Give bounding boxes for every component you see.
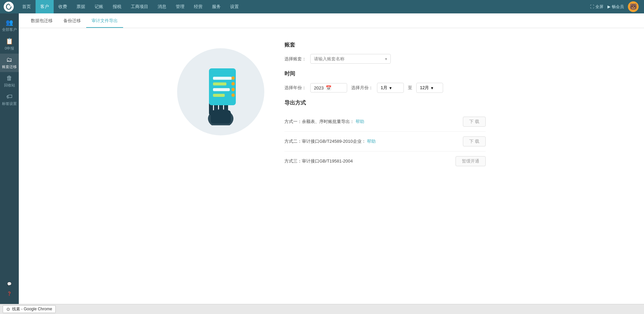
nav-item-settings[interactable]: 设置 xyxy=(225,0,244,13)
content-area: 数据包迁移 备份迁移 审计文件导出 xyxy=(19,13,644,304)
method-3-label: 方式三：审计接口GB/T19581-2004 xyxy=(284,158,353,164)
method-1-help-link[interactable]: 帮助 xyxy=(356,119,364,124)
export-method-2: 方式二：审计接口GB/T24589-2010企业： 帮助 下 载 xyxy=(284,132,486,151)
fullscreen-icon: ⛶ xyxy=(590,4,594,9)
zero-declare-icon: 📋 xyxy=(6,38,13,45)
year-select-input[interactable]: 2023 📅 xyxy=(310,83,347,92)
export-method-3: 方式三：审计接口GB/T19581-2004 暂缓开通 xyxy=(284,151,486,171)
svg-point-13 xyxy=(231,88,235,91)
sidebar-item-all-clients[interactable]: 👥 全部客户 xyxy=(0,16,19,35)
export-methods-list: 方式一：余额表、序时账批量导出： 帮助 下 载 方式二：审计接口GB/T2458… xyxy=(284,112,486,171)
tab-backup-migration[interactable]: 备份迁移 xyxy=(58,14,86,28)
nav-item-bookkeeping[interactable]: 记账 xyxy=(90,0,108,13)
nav-item-home[interactable]: 首页 xyxy=(17,0,36,13)
page-content: 账套 选择账套： ▾ 时间 选择年份： 2023 📅 选择月份 xyxy=(19,28,644,304)
sidebar-item-zero-declare[interactable]: 📋 0申报 xyxy=(0,35,19,54)
time-select-row: 选择年份： 2023 📅 选择月份： 1月 ▾ 至 12月 ▾ xyxy=(284,83,486,93)
sidebar-item-tag-settings[interactable]: 🏷 标签设置 xyxy=(0,90,19,109)
logo[interactable] xyxy=(3,1,15,13)
svg-rect-7 xyxy=(213,77,232,80)
account-name-input[interactable] xyxy=(314,56,383,61)
account-section-title: 账套 xyxy=(284,42,486,49)
chevron-down-icon: ▾ xyxy=(385,57,387,61)
year-select-label: 选择年份： xyxy=(284,85,306,91)
nav-item-message[interactable]: 消息 xyxy=(153,0,171,13)
svg-point-12 xyxy=(231,82,235,85)
tag-settings-icon: 🏷 xyxy=(6,93,12,100)
month-chevron-down-icon: ▾ xyxy=(389,85,392,90)
main-layout: 👥 全部客户 📋 0申报 🗂 账套迁移 🗑 回收站 🏷 标签设置 💬 ❓ xyxy=(0,13,644,304)
illustration-svg xyxy=(191,58,251,125)
nav-item-business[interactable]: 工商项目 xyxy=(126,0,153,13)
sidebar-chat-button[interactable]: 💬 xyxy=(6,279,13,289)
svg-point-14 xyxy=(231,93,235,97)
method-3-open-button[interactable]: 暂缓开通 xyxy=(455,156,486,166)
top-nav-right: ⛶ 全屏 ▶ 畅会员 🐻 xyxy=(590,1,639,12)
year-value: 2023 xyxy=(314,85,324,90)
svg-rect-9 xyxy=(213,88,230,91)
export-method-1: 方式一：余额表、序时账批量导出： 帮助 下 载 xyxy=(284,112,486,132)
method-2-download-button[interactable]: 下 载 xyxy=(463,136,486,146)
svg-rect-10 xyxy=(213,94,225,97)
sidebar-item-recycle[interactable]: 🗑 回收站 xyxy=(0,72,19,90)
time-section-title: 时间 xyxy=(284,70,486,77)
taskbar: ⊙ 线素 - Google Chrome xyxy=(0,304,644,314)
month-select-label: 选择月份： xyxy=(351,85,373,91)
svg-rect-6 xyxy=(209,68,236,105)
account-select-row: 选择账套： ▾ xyxy=(284,54,486,64)
sidebar-help-button[interactable]: ❓ xyxy=(6,289,13,299)
method-1-download-button[interactable]: 下 载 xyxy=(463,117,486,127)
end-month-value: 12月 xyxy=(420,85,429,91)
svg-point-11 xyxy=(231,76,235,80)
member-button[interactable]: ▶ 畅会员 xyxy=(607,4,624,10)
end-month-select[interactable]: 12月 ▾ xyxy=(416,83,443,93)
chrome-icon: ⊙ xyxy=(6,307,10,312)
calendar-icon: 📅 xyxy=(326,85,331,90)
method-2-help-link[interactable]: 帮助 xyxy=(367,139,376,144)
nav-item-billing[interactable]: 收费 xyxy=(54,0,72,13)
all-clients-icon: 👥 xyxy=(6,19,13,26)
help-icon: ❓ xyxy=(7,292,12,296)
tab-data-migration[interactable]: 数据包迁移 xyxy=(25,14,58,28)
end-month-chevron-icon: ▾ xyxy=(431,85,433,90)
nav-items: 首页 客户 收费 票据 记账 报税 工商项目 消息 管理 经营 服务 设置 xyxy=(17,0,244,13)
sidebar-item-account-migrate[interactable]: 🗂 账套迁移 xyxy=(0,54,19,72)
account-migrate-icon: 🗂 xyxy=(6,56,12,63)
logo-circle xyxy=(4,2,14,12)
top-navigation: 首页 客户 收费 票据 记账 报税 工商项目 消息 管理 经营 服务 设置 ⛶ … xyxy=(0,0,644,13)
method-1-label: 方式一：余额表、序时账批量导出： 帮助 xyxy=(284,119,364,125)
tabs-bar: 数据包迁移 备份迁移 审计文件导出 xyxy=(19,13,644,28)
chat-icon: 💬 xyxy=(7,282,12,286)
nav-item-service[interactable]: 服务 xyxy=(207,0,225,13)
tab-audit-export[interactable]: 审计文件导出 xyxy=(86,14,123,28)
account-select-input[interactable]: ▾ xyxy=(310,54,391,64)
export-section-title: 导出方式 xyxy=(284,100,486,107)
sidebar-bottom: 💬 ❓ xyxy=(6,279,13,304)
start-month-select[interactable]: 1月 ▾ xyxy=(377,83,404,93)
taskbar-item-label: 线素 - Google Chrome xyxy=(12,306,52,312)
fullscreen-button[interactable]: ⛶ 全屏 xyxy=(590,4,603,10)
member-icon: ▶ xyxy=(607,4,610,9)
method-2-label: 方式二：审计接口GB/T24589-2010企业： 帮助 xyxy=(284,138,376,144)
recycle-icon: 🗑 xyxy=(6,75,12,82)
nav-item-invoice[interactable]: 票据 xyxy=(72,0,90,13)
form-area: 账套 选择账套： ▾ 时间 选择年份： 2023 📅 选择月份 xyxy=(284,38,486,171)
sidebar: 👥 全部客户 📋 0申报 🗂 账套迁移 🗑 回收站 🏷 标签设置 💬 ❓ xyxy=(0,13,19,304)
nav-item-operation[interactable]: 经营 xyxy=(189,0,207,13)
account-select-label: 选择账套： xyxy=(284,56,306,62)
illustration-circle xyxy=(177,48,264,135)
time-separator: 至 xyxy=(408,85,412,91)
nav-item-client[interactable]: 客户 xyxy=(36,0,54,13)
svg-rect-8 xyxy=(213,82,226,85)
illustration-area xyxy=(177,38,264,135)
avatar[interactable]: 🐻 xyxy=(628,1,639,12)
nav-item-tax[interactable]: 报税 xyxy=(108,0,126,13)
taskbar-chrome-item[interactable]: ⊙ 线素 - Google Chrome xyxy=(3,305,56,313)
start-month-value: 1月 xyxy=(381,85,387,91)
nav-item-manage[interactable]: 管理 xyxy=(171,0,189,13)
